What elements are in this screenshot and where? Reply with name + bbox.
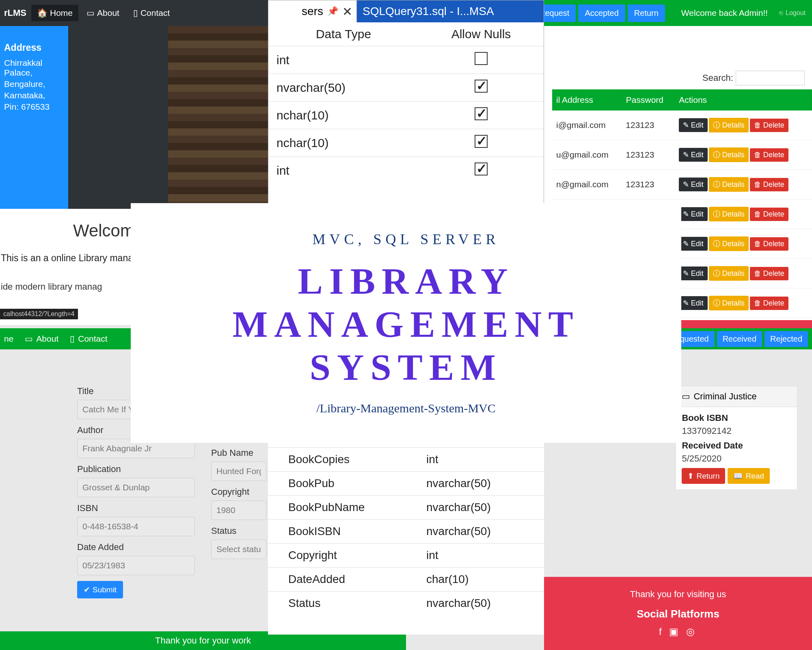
nav-accepted[interactable]: Accepted [578,4,625,22]
logout-link[interactable]: ⎋Logout [779,9,806,17]
nav-about[interactable]: ▭About [25,334,58,344]
edit-button[interactable]: ✎ Edit [679,237,708,251]
isbn-value: 1337092142 [682,426,791,436]
sql-row[interactable]: BookCopiesint [268,447,544,471]
edit-button[interactable]: ✎ Edit [679,148,708,162]
checkbox[interactable] [475,80,488,93]
checkbox[interactable] [475,107,488,120]
twitter-icon[interactable]: ▣ [669,626,681,637]
repo-path: /Library-Management-System-MVC [316,401,496,415]
sql-row[interactable]: Statusnvarchar(50) [268,591,544,615]
phone-icon: ▯ [70,334,75,344]
edit-button[interactable]: ✎ Edit [679,118,708,132]
nav-about[interactable]: ▭About [81,5,125,21]
sql-row[interactable]: nchar(10) [268,129,544,156]
upload-icon: ⬆ [687,471,694,481]
delete-button[interactable]: 🗑 Delete [750,148,788,162]
sql-row[interactable]: int [268,156,544,184]
sql-row[interactable]: nchar(10) [268,101,544,129]
isbn-input[interactable] [77,517,195,536]
details-button[interactable]: ⓘ Details [709,177,749,192]
nav-return[interactable]: Return [628,4,665,22]
details-button[interactable]: ⓘ Details [709,118,749,132]
dark-navbar: rLMS 🏠Home ▭About ▯Contact [0,0,268,26]
social-icons: f ▣ ◎ [544,626,812,637]
sql-row[interactable]: BookPubnvarchar(50) [268,471,544,495]
delete-button[interactable]: 🗑 Delete [750,178,788,191]
pubname-input[interactable] [211,462,266,481]
table-row: i@gmail.com123123✎ Editⓘ Details🗑 Delete [552,110,812,140]
details-button[interactable]: ⓘ Details [709,236,749,251]
table-row: n@gmail.com123123✎ Editⓘ Details🗑 Delete [552,170,812,199]
nav-item[interactable]: ne [4,334,13,344]
checkbox[interactable] [475,162,488,176]
status-select[interactable] [211,540,266,559]
details-button[interactable]: ⓘ Details [709,296,749,310]
footer-social: Social Platforms [544,608,812,620]
checkbox[interactable] [475,135,488,148]
address-l1: Chirrakkal Palace, [4,58,64,78]
sql-columns-mid: BookAuthornvarchar(50) BookCopiesint Boo… [268,423,544,635]
dark-spacer [68,26,168,209]
isbn-label: Book ISBN [682,413,791,423]
nav-received[interactable]: Received [717,331,762,347]
copyright-input[interactable] [211,500,266,520]
sql-row[interactable]: BookISBNnvarchar(50) [268,519,544,543]
delete-button[interactable]: 🗑 Delete [750,237,788,251]
sql-row[interactable]: int [268,46,544,74]
center-title-card: MVC, SQL SERVER LIBRARY MANAGEMENT SYSTE… [131,203,681,443]
edit-button[interactable]: ✎ Edit [679,207,708,221]
address-l2: Bengalure, [4,79,64,89]
nav-contact-label: Contact [140,8,170,18]
col-password[interactable]: Password [622,89,674,110]
delete-button[interactable]: 🗑 Delete [750,267,788,280]
read-button[interactable]: 📖Read [728,468,769,484]
close-icon[interactable]: ✕ [342,4,352,19]
details-button[interactable]: ⓘ Details [709,266,749,281]
search-label: Search: [702,73,733,83]
sql-row[interactable]: nvarchar(50) [268,74,544,101]
received-value: 5/25/2020 [682,453,791,464]
received-label: Received Date [682,440,791,451]
submit-button[interactable]: ✔Submit [77,581,123,598]
nav-home[interactable]: 🏠Home [31,5,78,21]
details-button[interactable]: ⓘ Details [709,207,749,221]
edit-button[interactable]: ✎ Edit [679,266,708,280]
nav-contact[interactable]: ▯Contact [70,334,107,344]
pin-icon[interactable]: 📌 [327,6,338,17]
sql-row[interactable]: DateAddedchar(10) [268,567,544,591]
return-button[interactable]: ⬆Return [682,468,725,484]
col-allownulls: Allow Nulls [419,27,544,41]
url-tooltip: calhost44312/?Length=4 [0,309,78,319]
brand: rLMS [4,8,26,18]
col-datatype: Data Type [268,27,419,41]
nav-contact[interactable]: ▯Contact [127,5,175,21]
sql-tab-query[interactable]: SQLQuery31.sql - I...MSA [357,0,544,22]
sql-designer-top: sers 📌✕ SQLQuery31.sql - I...MSA Data Ty… [268,0,544,206]
delete-button[interactable]: 🗑 Delete [750,119,788,132]
checkbox[interactable] [475,52,488,65]
home-icon: 🏠 [37,8,48,18]
search-input[interactable] [736,71,805,85]
subtitle: MVC, SQL SERVER [313,231,500,248]
sql-row[interactable]: Copyrightint [268,543,544,567]
publication-input[interactable] [77,478,195,497]
facebook-icon[interactable]: f [659,626,664,637]
instagram-icon[interactable]: ◎ [686,626,697,637]
book-card: ▭Criminal Justice Book ISBN 1337092142 R… [676,386,797,490]
footer-thank: Thank you for visiting us [544,589,812,600]
card-header: ▭Criminal Justice [676,386,797,407]
sql-row[interactable]: BookPubNamenvarchar(50) [268,495,544,519]
edit-button[interactable]: ✎ Edit [679,178,708,191]
col-actions: Actions [675,89,812,110]
delete-button[interactable]: 🗑 Delete [750,297,788,310]
sql-tab-users[interactable]: sers 📌✕ [268,0,357,22]
edit-button[interactable]: ✎ Edit [679,296,708,310]
col-email[interactable]: il Address [552,89,622,110]
details-button[interactable]: ⓘ Details [709,147,749,162]
delete-button[interactable]: 🗑 Delete [750,208,788,221]
date-input[interactable] [77,556,195,575]
nav-rejected[interactable]: Rejected [764,331,808,347]
books-image [168,26,268,209]
nav-about-label: About [97,8,119,18]
